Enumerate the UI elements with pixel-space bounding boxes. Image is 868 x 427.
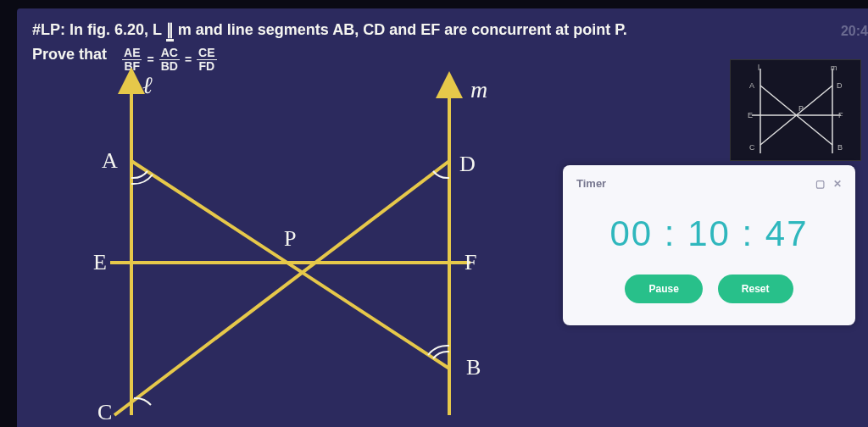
num-ae: AE: [122, 47, 142, 60]
label-A: A: [102, 148, 118, 173]
timer-header: Timer ▢ ✕: [576, 177, 842, 190]
label-C: C: [97, 400, 112, 424]
equals-2: =: [185, 51, 192, 69]
parallel-symbol: ∥: [166, 21, 174, 42]
segment-cd: [114, 161, 449, 415]
mini-label-B: B: [837, 143, 843, 152]
timer-display: 00 : 10 : 47: [576, 214, 842, 254]
lp-tag: #LP:: [32, 21, 65, 38]
mini-label-C: C: [749, 143, 755, 152]
pause-button[interactable]: Pause: [625, 274, 702, 303]
mini-label-A: A: [749, 81, 754, 90]
label-D: D: [459, 152, 476, 176]
mini-label-F: F: [838, 111, 843, 119]
timer-buttons: Pause Reset: [576, 274, 842, 303]
minimize-icon[interactable]: ▢: [815, 178, 825, 190]
mini-label-m: m: [831, 64, 837, 72]
mini-label-D: D: [837, 81, 843, 90]
figure-minimap: l m A D E F P C B: [730, 59, 861, 161]
minimap-svg: l m A D E F P C B: [731, 60, 862, 162]
whiteboard-screen: 20:4 #LP: In fig. 6.20, L ∥ m and line s…: [17, 8, 868, 427]
mini-label-E: E: [748, 111, 753, 119]
angle-mark-a1: [131, 171, 147, 178]
label-l: ℓ: [142, 72, 153, 98]
mini-label-P: P: [798, 104, 804, 113]
timer-widget: Timer ▢ ✕ 00 : 10 : 47 Pause Reset: [563, 165, 855, 325]
geometry-figure: ℓ m A D E F P B C: [51, 68, 526, 424]
num-ce: CE: [197, 47, 216, 60]
angle-mark-b1: [433, 352, 449, 358]
label-P: P: [284, 226, 296, 251]
equals-1: =: [147, 51, 153, 69]
label-E: E: [93, 250, 107, 274]
mini-label-l: l: [758, 64, 760, 72]
close-icon[interactable]: ✕: [833, 178, 842, 190]
label-B: B: [466, 355, 481, 380]
label-F: F: [465, 250, 476, 274]
label-m: m: [470, 76, 487, 103]
prompt-text-2: m and line segments AB, CD and EF are co…: [178, 21, 627, 38]
timer-title: Timer: [576, 177, 606, 190]
num-ac: AC: [159, 47, 180, 60]
reset-button[interactable]: Reset: [718, 274, 793, 303]
prove-label: Prove that: [32, 43, 107, 66]
figure-svg: ℓ m A D E F P B C: [51, 68, 526, 424]
segment-ab: [131, 161, 449, 369]
prompt-text-1: In fig. 6.20, L: [70, 21, 162, 38]
video-timestamp: 20:4: [841, 24, 868, 39]
